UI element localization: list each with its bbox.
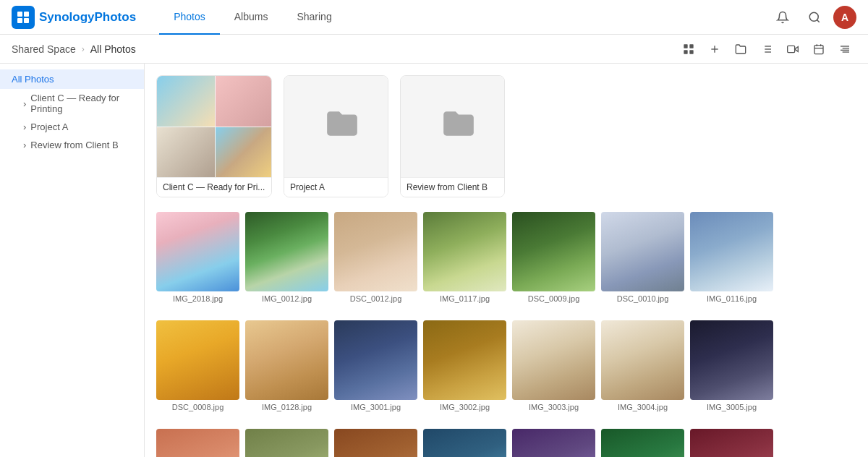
- sidebar-item-review-client-b[interactable]: › Review from Client B: [0, 136, 144, 154]
- sort-button[interactable]: [833, 38, 856, 61]
- folder-card-review-client-b[interactable]: Review from Client B: [400, 75, 505, 197]
- photo-item[interactable]: ???_001.jpg: [156, 429, 239, 457]
- photo-item[interactable]: IMG_3003.jpg: [512, 320, 595, 411]
- photo-item[interactable]: ???_006.jpg: [601, 429, 684, 457]
- svg-point-4: [809, 12, 818, 21]
- svg-rect-19: [788, 46, 795, 52]
- photo-filename: DSC_0012.jpg: [350, 294, 402, 303]
- photo-filename: IMG_3004.jpg: [618, 403, 668, 411]
- calendar-button[interactable]: [807, 38, 830, 61]
- photo-item[interactable]: IMG_0012.jpg: [245, 212, 328, 303]
- photo-filename: IMG_2018.jpg: [173, 294, 223, 303]
- tab-photos[interactable]: Photos: [159, 0, 220, 35]
- svg-rect-9: [689, 50, 693, 54]
- photo-thumbnail: [690, 429, 773, 457]
- folder-collage: [157, 76, 272, 177]
- photo-thumbnail: [601, 320, 684, 400]
- avatar[interactable]: A: [833, 6, 856, 29]
- photo-thumbnail: [512, 320, 595, 400]
- photo-item[interactable]: DSC_0008.jpg: [156, 320, 239, 411]
- photo-thumbnail: [245, 212, 328, 291]
- main-layout: All Photos › Client C — Ready for Printi…: [0, 64, 868, 457]
- sidebar-item-all-photos[interactable]: All Photos: [0, 69, 144, 89]
- photo-item[interactable]: ???_002.jpg: [245, 429, 328, 457]
- sidebar-item-project-a[interactable]: › Project A: [0, 118, 144, 136]
- photo-filename: IMG_0116.jpg: [707, 294, 757, 303]
- photo-thumbnail: [245, 320, 328, 400]
- tab-sharing[interactable]: Sharing: [282, 0, 346, 35]
- photo-item[interactable]: IMG_0128.jpg: [245, 320, 328, 411]
- photo-thumbnail: [690, 320, 773, 400]
- photo-item[interactable]: IMG_3002.jpg: [423, 320, 506, 411]
- collage-cell: [157, 127, 215, 178]
- photo-thumbnail: [512, 429, 595, 457]
- photo-item[interactable]: IMG_2018.jpg: [156, 212, 239, 303]
- sidebar-item-label: Client C — Ready for Printing: [30, 93, 135, 114]
- folder-name: Review from Client B: [401, 177, 504, 197]
- sidebar: All Photos › Client C — Ready for Printi…: [0, 64, 145, 457]
- sub-header: Shared Space › All Photos: [0, 35, 868, 64]
- photo-filename: IMG_3003.jpg: [529, 403, 579, 411]
- photo-filename: DSC_0010.jpg: [617, 294, 669, 303]
- folder-icon: [441, 106, 477, 148]
- photo-item[interactable]: IMG_3001.jpg: [334, 320, 417, 411]
- photo-item[interactable]: IMG_3004.jpg: [601, 320, 684, 411]
- folder-card-client-c[interactable]: Client C — Ready for Pri...: [156, 75, 272, 197]
- photo-row-3: ???_001.jpg???_002.jpg???_003.jpg???_004…: [156, 429, 856, 457]
- photo-filename: IMG_0012.jpg: [262, 294, 312, 303]
- svg-rect-0: [17, 12, 22, 17]
- collage-cell: [157, 76, 215, 127]
- photo-thumbnail: [423, 320, 506, 400]
- photo-item[interactable]: ???_003.jpg: [334, 429, 417, 457]
- app-name: SynologyPhotos: [39, 10, 136, 25]
- chevron-icon: ›: [23, 121, 26, 132]
- photo-row-2: DSC_0008.jpgIMG_0128.jpgIMG_3001.jpgIMG_…: [156, 320, 856, 411]
- breadcrumb-current: All Photos: [90, 43, 136, 55]
- photo-row-1: IMG_2018.jpgIMG_0012.jpgDSC_0012.jpgIMG_…: [156, 212, 856, 303]
- logo-icon: [12, 6, 35, 29]
- search-button[interactable]: [801, 4, 827, 30]
- top-navigation: SynologyPhotos Photos Albums Sharing A: [0, 0, 868, 35]
- photo-thumbnail: [334, 320, 417, 400]
- sidebar-item-client-c[interactable]: › Client C — Ready for Printing: [0, 89, 144, 118]
- photo-item[interactable]: IMG_3005.jpg: [690, 320, 773, 411]
- tab-albums[interactable]: Albums: [220, 0, 283, 35]
- photo-item[interactable]: ???_005.jpg: [512, 429, 595, 457]
- photo-filename: IMG_3001.jpg: [351, 403, 401, 411]
- photo-item[interactable]: ???_007.jpg: [690, 429, 773, 457]
- svg-rect-7: [689, 44, 693, 48]
- grid-view-button[interactable]: [677, 38, 700, 61]
- breadcrumb-shared-space[interactable]: Shared Space: [12, 43, 76, 55]
- photo-thumbnail: [601, 212, 684, 291]
- filter-button[interactable]: [755, 38, 778, 61]
- breadcrumb-separator: ›: [82, 44, 85, 54]
- chevron-icon: ›: [23, 98, 26, 109]
- folder-view-button[interactable]: [729, 38, 752, 61]
- collage-cell: [216, 76, 273, 127]
- folder-name: Project A: [284, 177, 388, 197]
- notifications-button[interactable]: [770, 4, 796, 30]
- content-area: Client C — Ready for Pri... Project A: [145, 64, 868, 457]
- photo-thumbnail: [156, 212, 239, 291]
- video-button[interactable]: [781, 38, 804, 61]
- photo-thumbnail: [245, 429, 328, 457]
- svg-marker-18: [795, 46, 799, 51]
- folder-name: Client C — Ready for Pri...: [157, 177, 271, 197]
- photo-filename: IMG_3002.jpg: [440, 403, 490, 411]
- svg-rect-3: [24, 18, 29, 23]
- photo-thumbnail: [423, 429, 506, 457]
- photo-thumbnail: [423, 212, 506, 291]
- folder-card-project-a[interactable]: Project A: [284, 75, 388, 197]
- photo-item[interactable]: ???_004.jpg: [423, 429, 506, 457]
- photo-item[interactable]: IMG_0117.jpg: [423, 212, 506, 303]
- photo-item[interactable]: IMG_0116.jpg: [690, 212, 773, 303]
- photo-item[interactable]: DSC_0012.jpg: [334, 212, 417, 303]
- app-logo[interactable]: SynologyPhotos: [12, 6, 136, 29]
- photo-item[interactable]: DSC_0010.jpg: [601, 212, 684, 303]
- photo-item[interactable]: DSC_0009.jpg: [512, 212, 595, 303]
- svg-rect-6: [684, 44, 687, 48]
- photo-filename: IMG_3005.jpg: [707, 403, 757, 411]
- photo-filename: IMG_0117.jpg: [440, 294, 490, 303]
- add-button[interactable]: [703, 38, 726, 61]
- photo-thumbnail: [512, 212, 595, 291]
